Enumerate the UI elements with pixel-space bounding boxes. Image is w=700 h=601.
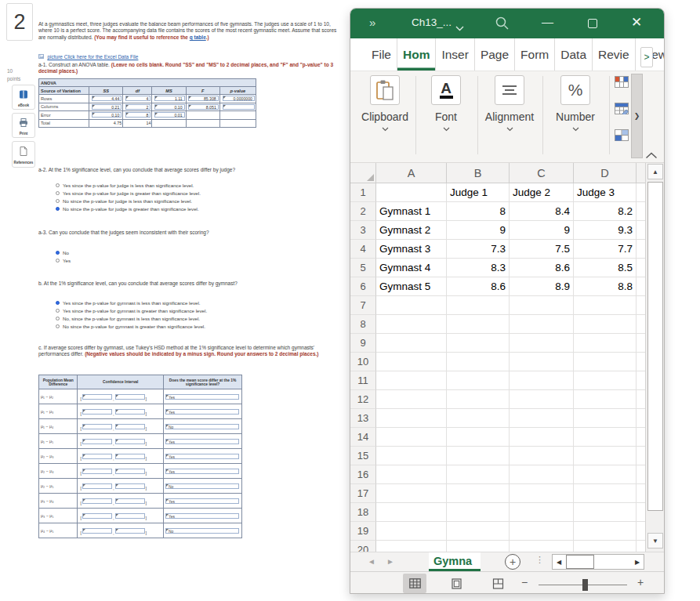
- cell-B11[interactable]: [447, 371, 510, 390]
- cell-A10[interactable]: [376, 353, 447, 371]
- menu-tab-form[interactable]: Form: [514, 38, 554, 71]
- radio-selected-icon[interactable]: [56, 207, 60, 211]
- format-as-table-icon[interactable]: [615, 103, 629, 114]
- ci-upper-input[interactable]: [115, 469, 145, 474]
- cell-C9[interactable]: [510, 334, 574, 353]
- percent-icon[interactable]: %: [560, 75, 590, 105]
- cell-C1[interactable]: Judge 2: [510, 183, 574, 202]
- conditional-formatting-icon[interactable]: [615, 76, 629, 88]
- cell-A1[interactable]: [376, 183, 447, 202]
- radio-unselected-icon[interactable]: [56, 317, 60, 320]
- radio-selected-icon[interactable]: [56, 301, 60, 305]
- anova-answer-input[interactable]: [223, 104, 256, 110]
- cell-B8[interactable]: [447, 315, 510, 334]
- cell-C7[interactable]: [510, 296, 574, 315]
- add-sheet-button[interactable]: +: [505, 554, 520, 570]
- b-option[interactable]: Yes since the p-value for gymnast is les…: [38, 300, 345, 306]
- cell-D3[interactable]: 9.3: [574, 221, 637, 240]
- b-option[interactable]: Yes since the p-value for gymnast is gre…: [38, 308, 345, 313]
- cell-A11[interactable]: [376, 371, 447, 390]
- radio-unselected-icon[interactable]: [56, 183, 60, 187]
- row-header-12[interactable]: 12: [350, 390, 376, 409]
- vertical-scrollbar[interactable]: ▲ ▼: [645, 163, 665, 552]
- cell-C12[interactable]: [510, 390, 574, 409]
- column-header-c[interactable]: C: [510, 163, 574, 183]
- cell-C16[interactable]: [510, 465, 574, 484]
- print-button[interactable]: Print: [12, 113, 35, 138]
- cell-A16[interactable]: [376, 465, 447, 484]
- page-break-view-button[interactable]: [486, 574, 510, 593]
- cell-C2[interactable]: 8.4: [510, 202, 574, 221]
- cell-B15[interactable]: [447, 447, 510, 465]
- differ-answer-select[interactable]: Yes: [165, 513, 239, 519]
- cell-A6[interactable]: Gymnast 5: [376, 277, 447, 296]
- a2-option[interactable]: No since the p-value for judge is less t…: [38, 198, 345, 204]
- sheet-nav-left-icon[interactable]: ◄: [368, 557, 375, 566]
- ribbon-group-alignment[interactable]: Alignment: [478, 75, 541, 132]
- cell-D16[interactable]: [574, 465, 637, 484]
- differ-answer-select[interactable]: Yes: [165, 498, 239, 504]
- cell-C11[interactable]: [510, 371, 574, 390]
- radio-unselected-icon[interactable]: [56, 199, 60, 203]
- cell-C15[interactable]: [510, 447, 574, 465]
- ci-lower-input[interactable]: [82, 528, 112, 534]
- cell-A15[interactable]: [376, 447, 447, 465]
- scroll-down-icon[interactable]: ▼: [647, 533, 663, 549]
- row-header-5[interactable]: 5: [350, 259, 376, 277]
- row-header-11[interactable]: 11: [350, 371, 376, 390]
- menu-tab-inser[interactable]: Inser: [435, 38, 473, 71]
- cell-A9[interactable]: [376, 334, 447, 353]
- ci-upper-input[interactable]: [115, 513, 145, 519]
- ci-upper-input[interactable]: [115, 454, 145, 459]
- cell-B7[interactable]: [447, 296, 510, 315]
- normal-view-button[interactable]: [403, 574, 426, 593]
- cell-A7[interactable]: [376, 296, 447, 315]
- ci-upper-input[interactable]: [115, 409, 145, 415]
- cell-A3[interactable]: Gymnast 2: [376, 221, 447, 240]
- column-header-b[interactable]: B: [447, 163, 510, 183]
- references-button[interactable]: References: [12, 141, 35, 168]
- cell-B14[interactable]: [447, 428, 510, 447]
- column-header-a[interactable]: A: [376, 163, 447, 183]
- cell-A2[interactable]: Gymnast 1: [376, 202, 447, 221]
- cell-B4[interactable]: 7.3: [447, 240, 510, 259]
- row-header-2[interactable]: 2: [350, 202, 376, 221]
- row-header-9[interactable]: 9: [350, 334, 376, 353]
- cell-A13[interactable]: [376, 409, 447, 428]
- differ-answer-select[interactable]: Yes: [165, 469, 239, 474]
- ci-upper-input[interactable]: [115, 394, 145, 400]
- anova-answer-input[interactable]: 0.0000000: [223, 96, 256, 101]
- row-header-6[interactable]: 6: [350, 277, 376, 296]
- tab-options-dots-icon[interactable]: ⋮: [535, 555, 544, 565]
- scroll-right-icon[interactable]: ▶: [631, 555, 644, 569]
- cell-D11[interactable]: [574, 371, 637, 390]
- a2-option[interactable]: Yes since the p-value for judge is less …: [38, 183, 345, 188]
- anova-answer-input[interactable]: 2: [125, 104, 151, 110]
- row-header-3[interactable]: 3: [350, 221, 376, 240]
- b-option[interactable]: No since the p-value for gymnast is grea…: [38, 324, 345, 329]
- select-all-corner[interactable]: [350, 163, 376, 183]
- cell-C4[interactable]: 7.5: [510, 240, 574, 259]
- anova-answer-input[interactable]: 0.10: [92, 112, 122, 118]
- close-button[interactable]: ✕: [631, 14, 642, 31]
- cell-C6[interactable]: 8.9: [510, 277, 574, 296]
- menu-tab-file[interactable]: File: [366, 38, 397, 71]
- menu-tab-hom[interactable]: Hom: [397, 38, 435, 71]
- cell-D10[interactable]: [574, 353, 637, 371]
- row-header-16[interactable]: 16: [350, 465, 376, 484]
- ribbon-group-font[interactable]: A Font: [415, 75, 477, 132]
- menu-tab-data[interactable]: Data: [554, 38, 592, 71]
- cell-B6[interactable]: 8.6: [447, 277, 510, 296]
- ci-lower-input[interactable]: [82, 483, 112, 489]
- differ-answer-select[interactable]: No: [165, 424, 239, 429]
- a2-option[interactable]: Yes since the p-value for judge is great…: [38, 190, 345, 196]
- anova-answer-input[interactable]: 1.11: [154, 96, 185, 101]
- cell-B16[interactable]: [447, 465, 510, 484]
- ci-lower-input[interactable]: [82, 424, 112, 429]
- cell-C5[interactable]: 8.6: [510, 259, 574, 277]
- a2-option[interactable]: No since the p-value for judge is greate…: [38, 206, 345, 212]
- zoom-in-icon[interactable]: +: [637, 576, 644, 588]
- sheet-nav-right-icon[interactable]: ►: [386, 557, 394, 566]
- differ-answer-select[interactable]: Yes: [165, 454, 239, 459]
- cell-A19[interactable]: [376, 522, 447, 541]
